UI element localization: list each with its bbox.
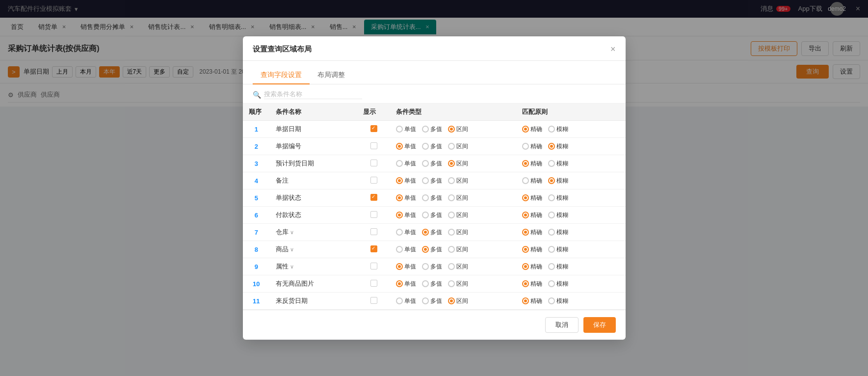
dialog-title: 设置查询区域布局	[253, 45, 312, 54]
dialog-tab-query-fields[interactable]: 查询字段设置	[253, 67, 310, 84]
col-type-header: 条件类型	[390, 104, 516, 107]
dialog-tab-layout[interactable]: 布局调整	[310, 67, 353, 84]
search-icon: 🔍	[253, 91, 261, 99]
dialog-header: 设置查询区域布局 ×	[243, 36, 626, 61]
modal-overlay: 设置查询区域布局 × 查询字段设置 布局调整 🔍 顺序	[0, 0, 868, 107]
dialog-table-area: 顺序 条件名称 显示 条件类型 匹配原则	[243, 104, 626, 107]
col-show-header: 显示	[357, 104, 390, 107]
search-input[interactable]	[264, 90, 362, 99]
dialog-tabs: 查询字段设置 布局调整	[243, 61, 626, 84]
dialog-close-button[interactable]: ×	[610, 44, 616, 54]
col-match-header: 匹配原则	[516, 104, 626, 107]
col-order-header: 顺序	[243, 104, 270, 107]
col-name-header: 条件名称	[270, 104, 357, 107]
dialog-search-area: 🔍	[243, 84, 626, 104]
dialog: 设置查询区域布局 × 查询字段设置 布局调整 🔍 顺序	[243, 36, 626, 107]
